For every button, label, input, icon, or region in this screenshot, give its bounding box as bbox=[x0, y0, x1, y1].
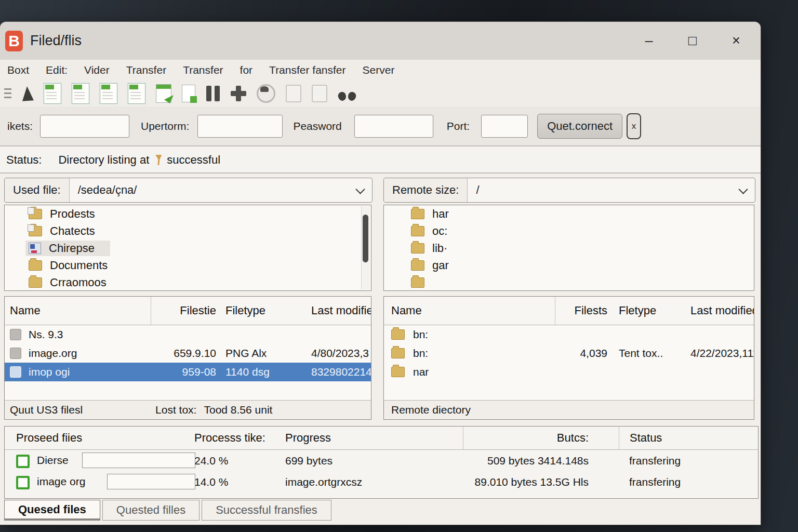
menu-item-view[interactable]: Vider bbox=[84, 64, 110, 76]
refresh-icon[interactable] bbox=[156, 84, 171, 103]
tree-item[interactable]: lib· bbox=[384, 240, 754, 257]
file-row-selected[interactable]: imop ogi 959-08 1140 dsg 8329802214H bbox=[5, 363, 371, 381]
tree-item[interactable]: Chatects bbox=[5, 222, 371, 240]
folder-icon bbox=[411, 209, 424, 219]
host-input[interactable] bbox=[40, 115, 129, 138]
column-header-progress[interactable]: Progress bbox=[274, 431, 463, 445]
folder-icon bbox=[29, 226, 42, 236]
column-header-modified[interactable]: Last modified bbox=[675, 304, 754, 317]
menu-item-transfer-2[interactable]: Transfer bbox=[183, 64, 223, 76]
remote-path-combo[interactable]: Remote size: / bbox=[383, 178, 755, 203]
port-input[interactable] bbox=[481, 115, 528, 138]
column-header-type[interactable]: Filetype bbox=[216, 304, 291, 317]
scrollbar-thumb[interactable] bbox=[363, 215, 368, 262]
column-header-name[interactable]: Name bbox=[5, 297, 151, 325]
chevron-down-icon[interactable] bbox=[355, 184, 365, 194]
column-header-size[interactable]: Filests bbox=[555, 304, 607, 317]
file-row[interactable]: bn: 4,039 Tent tox.. 4/22/2023,1114 4 bbox=[384, 344, 754, 363]
column-header-files[interactable]: Proseed fiies bbox=[5, 431, 194, 445]
status-label: Status: bbox=[6, 153, 42, 167]
window-title: Filed/flis bbox=[30, 33, 82, 49]
remote-list-footer: Remote diectory bbox=[384, 400, 754, 419]
app-logo-icon: B bbox=[5, 31, 23, 51]
footer-size-label: Lost tox: bbox=[155, 404, 196, 416]
queue-row[interactable]: image org 14.0 % image.ortgrxcsz 89.010 … bbox=[5, 471, 758, 493]
queue-row[interactable]: Dierse 24.0 % 699 bytes 509 bytes 3414.1… bbox=[5, 450, 758, 471]
file-row[interactable]: bn: bbox=[384, 325, 754, 344]
menu-item-file[interactable]: Boxt bbox=[7, 64, 29, 76]
folder-icon bbox=[29, 277, 42, 288]
rocket-icon[interactable] bbox=[21, 86, 34, 101]
tree-item[interactable]: oc: bbox=[384, 222, 754, 240]
menu-item-server[interactable]: Server bbox=[363, 64, 395, 76]
remote-path-value[interactable]: / bbox=[468, 183, 740, 197]
folder-icon bbox=[391, 329, 405, 340]
local-path-label: Used file: bbox=[5, 178, 70, 202]
app-folder-icon bbox=[29, 243, 41, 254]
local-list-footer: Quut US3 filesl Lost tox: Tood 8.56 unit bbox=[5, 400, 371, 419]
chevron-down-icon[interactable] bbox=[738, 184, 748, 194]
doc-outline-icon-1[interactable] bbox=[286, 85, 301, 102]
column-header-modified[interactable]: Last modified bbox=[291, 304, 371, 317]
port-label: Port: bbox=[447, 120, 470, 132]
password-input[interactable] bbox=[354, 115, 433, 138]
queue-checkbox[interactable] bbox=[16, 476, 30, 489]
queue-file-icon[interactable] bbox=[182, 85, 195, 102]
site-manager-icon[interactable] bbox=[44, 83, 61, 104]
file-row[interactable]: Ns. 9.3 bbox=[5, 325, 371, 344]
tree-item-selected[interactable]: Chirepse bbox=[5, 240, 371, 257]
tree-item[interactable]: Documents bbox=[5, 257, 371, 274]
tree-item[interactable]: Crraomoos bbox=[5, 274, 371, 291]
queue-detail: 699 bytes bbox=[274, 455, 463, 467]
queue-detail: image.ortgrxcsz bbox=[274, 476, 463, 488]
localtree-icon[interactable] bbox=[100, 83, 117, 104]
logview-icon[interactable] bbox=[72, 83, 89, 104]
column-header-name[interactable]: Name bbox=[384, 297, 555, 325]
app-window: B Filed/flis – □ × Boxt Edit: Vider Tran… bbox=[0, 22, 761, 525]
sync-browse-icon[interactable] bbox=[231, 86, 246, 101]
username-input[interactable] bbox=[197, 115, 283, 138]
quickconnect-button[interactable]: Quet.cornect bbox=[537, 114, 622, 139]
maximize-icon[interactable]: □ bbox=[684, 33, 701, 49]
menu-lines-icon[interactable] bbox=[4, 88, 11, 99]
doc-outline-icon-2[interactable] bbox=[312, 85, 327, 102]
column-header-time[interactable]: Processs tike: bbox=[194, 431, 274, 445]
tree-item[interactable]: har bbox=[384, 205, 754, 222]
file-type: 1140 dsg bbox=[216, 366, 291, 378]
tab-failed-transfers[interactable]: Quested filles bbox=[102, 500, 200, 521]
menu-item-transfer-fansfer[interactable]: Transfer fansfer bbox=[269, 64, 345, 76]
queue-percent: 24.0 % bbox=[194, 455, 274, 467]
remotetree-icon[interactable] bbox=[128, 83, 145, 104]
tree-item[interactable]: gar bbox=[384, 257, 754, 274]
tree-item[interactable] bbox=[384, 274, 754, 291]
queue-checkbox[interactable] bbox=[16, 455, 30, 468]
close-icon[interactable]: × bbox=[727, 33, 745, 49]
column-header-bytes[interactable]: Butcs: bbox=[463, 427, 619, 449]
column-header-type[interactable]: Fletype bbox=[607, 304, 675, 317]
tab-successful-transfers[interactable]: Successful fransfies bbox=[202, 500, 331, 521]
folder-icon bbox=[391, 348, 405, 358]
local-path-combo[interactable]: Used file: /sedea/çna/ bbox=[4, 178, 373, 203]
queue-status: fransfering bbox=[619, 455, 758, 467]
menu-item-for[interactable]: for bbox=[240, 64, 253, 76]
local-path-value[interactable]: /sedea/çna/ bbox=[70, 183, 357, 197]
folder-icon bbox=[29, 260, 42, 271]
minimize-icon[interactable]: – bbox=[640, 33, 658, 49]
file-row[interactable]: image.org 659.9.10 PNG Alx 4/80/2023,3 4… bbox=[5, 344, 371, 363]
tree-item[interactable]: Prodests bbox=[5, 205, 371, 222]
tree-item-label: gar bbox=[432, 259, 449, 272]
globe-icon[interactable] bbox=[257, 84, 275, 103]
quickconnect-dropdown-button[interactable]: x bbox=[627, 113, 641, 139]
scrollbar[interactable] bbox=[361, 206, 370, 289]
menu-item-edit[interactable]: Edit: bbox=[46, 64, 68, 76]
toolbar bbox=[0, 81, 761, 107]
tab-queued-files[interactable]: Quesed files bbox=[4, 500, 100, 521]
binoculars-icon[interactable] bbox=[338, 86, 356, 101]
tree-item-label: Chirepse bbox=[49, 242, 95, 255]
column-header-size[interactable]: Filestie bbox=[151, 304, 216, 317]
compare-icon[interactable] bbox=[206, 86, 220, 101]
queue-bytes: 89.010 bytes 13.5G Hls bbox=[463, 476, 619, 488]
file-row[interactable]: nar bbox=[384, 363, 754, 381]
menu-item-transfer-1[interactable]: Transfer bbox=[126, 64, 166, 76]
column-header-status[interactable]: Status bbox=[619, 427, 758, 449]
